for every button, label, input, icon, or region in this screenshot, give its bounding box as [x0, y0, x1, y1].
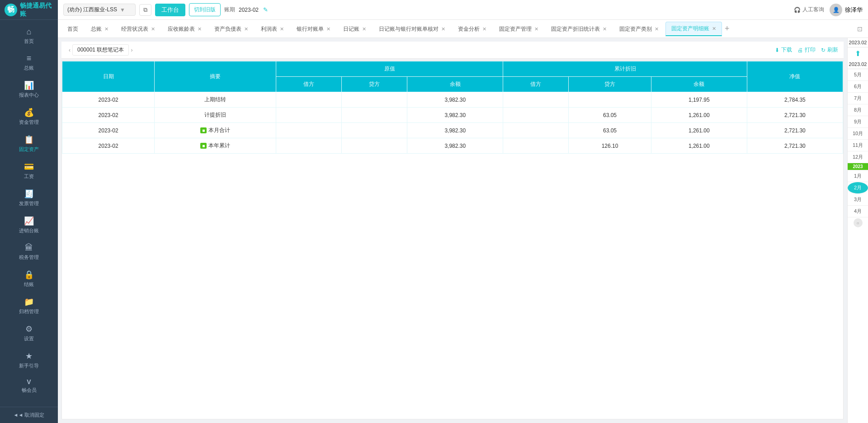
- tab-bank-check[interactable]: 日记账与银行对账单核对 ✕: [373, 22, 451, 36]
- tab-close-ledger[interactable]: ✕: [104, 26, 108, 32]
- sidebar-item-invoices[interactable]: 🧾 发票管理: [0, 184, 58, 212]
- breadcrumb-next-arrow[interactable]: ›: [129, 47, 134, 53]
- sidebar-item-salary[interactable]: 💳 工资: [0, 157, 58, 184]
- cell-accum-credit: 63.05: [569, 108, 651, 123]
- tab-bank-statement[interactable]: 银行对账单 ✕: [291, 22, 336, 36]
- tab-asset-depreciation[interactable]: 固定资产折旧统计表 ✕: [545, 22, 613, 36]
- sidebar-item-member[interactable]: V 畅会员: [0, 374, 58, 398]
- sidebar-pin-toggle[interactable]: ◄◄ 取消固定: [0, 407, 58, 423]
- calendar-month-11[interactable]: 11月: [848, 140, 868, 151]
- tab-close-bank-statement[interactable]: ✕: [326, 26, 330, 32]
- calendar-month-9[interactable]: 9月: [848, 116, 868, 128]
- th-original-value: 原值: [276, 61, 503, 77]
- sidebar-item-ledger[interactable]: ≡ 总账: [0, 49, 58, 76]
- calendar-year-top[interactable]: 2023.02: [848, 38, 868, 47]
- workbench-button[interactable]: 工作台: [155, 4, 185, 16]
- tab-label-journal: 日记账: [343, 25, 359, 33]
- tab-close-asset-mgmt[interactable]: ✕: [534, 26, 538, 32]
- calendar-month-4[interactable]: 4月: [848, 206, 868, 217]
- download-label: 下载: [781, 46, 792, 54]
- tab-asset-detail[interactable]: 固定资产明细账 ✕: [665, 22, 722, 36]
- tab-ledger[interactable]: 总账 ✕: [85, 22, 114, 36]
- app-logo: 畅 畅捷通易代账: [0, 0, 58, 20]
- asset-detail-table: 日期 摘要 原值 累计折旧 净值 借方 贷方 余额 借方: [62, 61, 843, 154]
- sidebar: 畅 畅捷通易代账 ⌂ 首页 ≡ 总账 📊 报表中心 💰 资金管理 📋 固定资: [0, 0, 58, 423]
- period-edit-icon[interactable]: ✎: [263, 6, 268, 13]
- tab-close-balance[interactable]: ✕: [244, 26, 248, 32]
- tab-profit[interactable]: 利润表 ✕: [255, 22, 290, 36]
- cell-summary: ■本年累计: [155, 138, 276, 154]
- data-table-container: 日期 摘要 原值 累计折旧 净值 借方 贷方 余额 借方: [61, 61, 844, 419]
- tab-close-asset-depreciation[interactable]: ✕: [603, 26, 607, 32]
- sidebar-item-funds[interactable]: 💰 资金管理: [0, 103, 58, 130]
- calendar-month-3[interactable]: 3月: [848, 194, 868, 206]
- download-button[interactable]: ⬇ 下载: [775, 46, 792, 54]
- switch-version-button[interactable]: 切到旧版: [189, 3, 221, 16]
- reports-icon: 📊: [24, 80, 34, 90]
- sidebar-item-assets[interactable]: 📋 固定资产: [0, 130, 58, 157]
- breadcrumb-prev-arrow[interactable]: ‹: [67, 47, 72, 53]
- print-button[interactable]: 🖨 打印: [797, 46, 816, 54]
- calendar-up-arrow[interactable]: ⬆: [855, 47, 861, 60]
- sidebar-label-invoices: 发票管理: [19, 200, 39, 207]
- cell-orig-balance: 3,982.30: [407, 92, 503, 108]
- calendar-month-1[interactable]: 1月: [848, 170, 868, 182]
- calendar-year-marker: 2023: [848, 163, 868, 170]
- tab-operation[interactable]: 经营状况表 ✕: [115, 22, 161, 36]
- tab-close-journal[interactable]: ✕: [362, 26, 366, 32]
- tab-label-fund-analysis: 资金分析: [458, 25, 480, 33]
- sidebar-label-ledger: 总账: [24, 65, 34, 71]
- sidebar-item-tax[interactable]: 🏛 税务管理: [0, 239, 58, 265]
- cell-summary: 上期结转: [155, 92, 276, 108]
- user-profile[interactable]: 👤 徐泽华: [830, 4, 863, 16]
- sidebar-item-archive[interactable]: 📁 归档管理: [0, 292, 58, 320]
- sidebar-label-sales: 进销台账: [19, 227, 39, 234]
- calendar-month-5[interactable]: 5月: [848, 69, 868, 81]
- cell-accum-credit: 63.05: [569, 123, 651, 138]
- cell-orig-balance: 3,982.30: [407, 108, 503, 123]
- calendar-month-12[interactable]: 12月: [848, 151, 868, 163]
- tab-close-profit[interactable]: ✕: [280, 26, 284, 32]
- cell-accum-credit: 126.10: [569, 138, 651, 154]
- tab-close-fund-analysis[interactable]: ✕: [482, 26, 486, 32]
- calendar-month-2-active[interactable]: 2月: [848, 182, 868, 194]
- copy-button[interactable]: ⧉: [139, 4, 151, 16]
- sidebar-item-close[interactable]: 🔒 结账: [0, 265, 58, 292]
- tab-journal[interactable]: 日记账 ✕: [337, 22, 372, 36]
- cell-accum-balance: 1,261.00: [651, 123, 747, 138]
- cell-summary: ■本月合计: [155, 123, 276, 138]
- sidebar-item-settings[interactable]: ⚙ 设置: [0, 320, 58, 347]
- refresh-button[interactable]: ↻ 刷新: [821, 46, 838, 54]
- tab-close-operation[interactable]: ✕: [151, 26, 155, 32]
- sidebar-item-guide[interactable]: ★ 新手引导: [0, 347, 58, 374]
- tab-close-asset-category[interactable]: ✕: [655, 26, 659, 32]
- calendar-month-10[interactable]: 10月: [848, 128, 868, 140]
- sidebar-label-reports: 报表中心: [19, 92, 39, 99]
- tab-maximize-button[interactable]: ⊡: [857, 25, 863, 33]
- tab-asset-mgmt[interactable]: 固定资产管理 ✕: [493, 22, 544, 36]
- sidebar-label-salary: 工资: [24, 173, 34, 180]
- tab-home[interactable]: 首页: [61, 22, 84, 36]
- sidebar-item-home[interactable]: ⌂ 首页: [0, 23, 58, 49]
- tab-label-profit: 利润表: [261, 25, 277, 33]
- service-button[interactable]: 🎧 人工客询: [794, 6, 824, 14]
- tab-close-asset-detail[interactable]: ✕: [712, 26, 716, 32]
- breadcrumb-actions: ⬇ 下载 🖨 打印 ↻ 刷新: [775, 46, 838, 54]
- tab-balance[interactable]: 资产负债表 ✕: [208, 22, 254, 36]
- calendar-month-7[interactable]: 7月: [848, 93, 868, 104]
- tab-receivable[interactable]: 应收账龄表 ✕: [162, 22, 208, 36]
- calendar-month-8[interactable]: 8月: [848, 104, 868, 116]
- calendar-year-2023[interactable]: 2023.02: [848, 60, 868, 69]
- tab-fund-analysis[interactable]: 资金分析 ✕: [452, 22, 492, 36]
- calendar-month-6[interactable]: 6月: [848, 81, 868, 93]
- sidebar-item-sales[interactable]: 📈 进销台账: [0, 212, 58, 239]
- sales-icon: 📈: [24, 216, 34, 226]
- tab-close-bank-check[interactable]: ✕: [441, 26, 445, 32]
- tab-close-receivable[interactable]: ✕: [198, 26, 202, 32]
- tab-add-button[interactable]: +: [725, 24, 730, 33]
- calendar-scroll-indicator[interactable]: ○: [854, 218, 863, 227]
- tab-label-operation: 经营状况表: [121, 25, 148, 33]
- tab-asset-category[interactable]: 固定资产类别 ✕: [613, 22, 665, 36]
- company-selector[interactable]: (劝办) 江西服业-LSS ▼: [63, 4, 136, 16]
- sidebar-item-reports[interactable]: 📊 报表中心: [0, 76, 58, 103]
